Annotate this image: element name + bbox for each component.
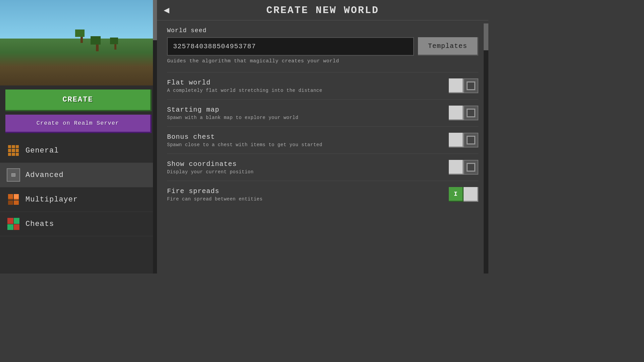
toggle-left <box>449 78 464 93</box>
sidebar-item-advanced[interactable]: Advanced <box>0 163 157 187</box>
fire-spreads-row: Fire spreads Fire can spread between ent… <box>167 181 478 208</box>
page-header: ◀ CREATE NEW WORLD <box>157 0 488 20</box>
toggle-left <box>449 160 464 175</box>
world-preview <box>0 0 157 85</box>
bonus-chest-row: Bonus chest Spawn close to a chest with … <box>167 126 478 154</box>
left-scrollbar[interactable] <box>153 0 157 274</box>
starting-map-toggle[interactable] <box>449 106 478 120</box>
bonus-chest-info: Bonus chest Spawn close to a chest with … <box>167 133 449 147</box>
bonus-chest-toggle[interactable] <box>449 133 478 147</box>
show-coordinates-desc: Display your current position <box>167 169 449 175</box>
left-scrollbar-thumb[interactable] <box>153 0 157 40</box>
sidebar-item-general[interactable]: General <box>0 138 157 163</box>
right-panel: ◀ CREATE NEW WORLD World seed Templates … <box>157 0 488 274</box>
right-scrollbar-thumb[interactable] <box>484 23 488 50</box>
right-scrollbar[interactable] <box>484 23 488 274</box>
multiplayer-icon <box>7 193 20 206</box>
show-coordinates-title: Show coordinates <box>167 160 449 168</box>
bonus-chest-title: Bonus chest <box>167 133 449 141</box>
create-button[interactable]: CREATE <box>5 89 152 111</box>
sidebar-item-label-multiplayer: Multiplayer <box>25 195 78 204</box>
toggle-left <box>449 106 464 120</box>
starting-map-desc: Spawn with a blank map to explore your w… <box>167 115 449 120</box>
sidebar-item-label-advanced: Advanced <box>25 171 64 179</box>
flat-world-info: Flat world A completely flat world stret… <box>167 79 449 93</box>
seed-hint: Guides the algorithm that magically crea… <box>167 58 478 64</box>
toggle-right <box>464 160 478 175</box>
show-coordinates-row: Show coordinates Display your current po… <box>167 154 478 181</box>
flat-world-row: Flat world A completely flat world stret… <box>167 72 478 99</box>
realm-server-button[interactable]: Create on Realm Server <box>5 115 152 133</box>
page-title: CREATE NEW WORLD <box>266 5 379 16</box>
toggle-right-inner <box>467 136 475 144</box>
toggle-right <box>464 133 478 147</box>
sidebar-item-cheats[interactable]: Cheats <box>0 212 157 236</box>
left-panel: CREATE Create on Realm Server General Ad… <box>0 0 157 274</box>
toggle-right <box>464 78 478 93</box>
toggle-on-right <box>464 187 478 202</box>
show-coordinates-toggle[interactable] <box>449 160 478 175</box>
sidebar-item-label-cheats: Cheats <box>25 220 54 228</box>
toggle-right-inner <box>467 109 475 117</box>
starting-map-title: Starting map <box>167 106 449 114</box>
show-coordinates-info: Show coordinates Display your current po… <box>167 160 449 175</box>
world-seed-input[interactable] <box>167 37 414 56</box>
world-seed-section: World seed Templates Guides the algorith… <box>167 27 478 64</box>
gear-icon <box>7 144 20 157</box>
back-button[interactable]: ◀ <box>164 4 169 16</box>
world-seed-label: World seed <box>167 27 478 34</box>
flat-world-toggle[interactable] <box>449 78 478 93</box>
seed-row: Templates <box>167 37 478 56</box>
fire-spreads-info: Fire spreads Fire can spread between ent… <box>167 187 449 202</box>
toggle-on-left: I <box>449 187 464 202</box>
cheats-icon <box>7 217 20 231</box>
settings-content: World seed Templates Guides the algorith… <box>157 20 488 270</box>
templates-button[interactable]: Templates <box>418 37 478 56</box>
starting-map-row: Starting map Spawn with a blank map to e… <box>167 99 478 126</box>
fire-spreads-toggle[interactable]: I <box>449 187 478 202</box>
sidebar-item-label-general: General <box>25 146 59 155</box>
toggle-left <box>449 133 464 147</box>
sidebar-item-multiplayer[interactable]: Multiplayer <box>0 187 157 212</box>
toggle-right-inner <box>467 163 475 172</box>
bonus-chest-desc: Spawn close to a chest with items to get… <box>167 142 449 147</box>
toggle-right-inner <box>467 81 475 90</box>
fire-spreads-title: Fire spreads <box>167 187 449 195</box>
starting-map-info: Starting map Spawn with a blank map to e… <box>167 106 449 120</box>
flat-world-title: Flat world <box>167 79 449 86</box>
toggle-right <box>464 106 478 120</box>
flat-world-desc: A completely flat world stretching into … <box>167 88 449 93</box>
chest-icon <box>7 168 20 182</box>
fire-spreads-desc: Fire can spread between entities <box>167 196 449 202</box>
